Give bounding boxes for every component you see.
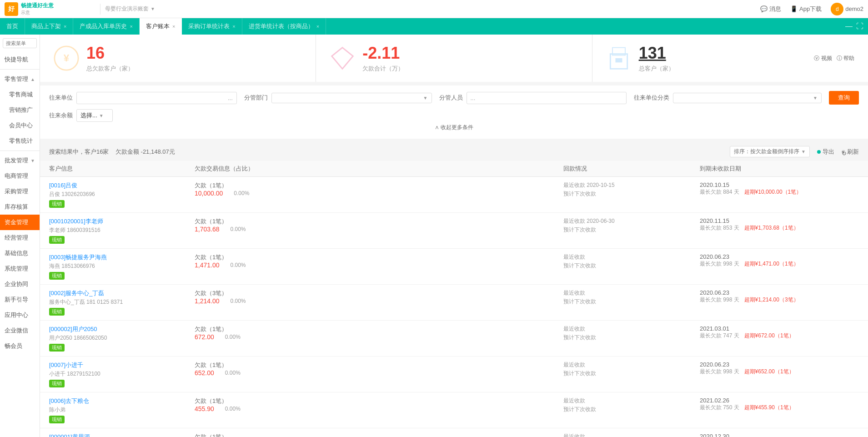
tab-stock-history[interactable]: 产成品入库单历史 × [73, 18, 139, 35]
customer-name-2[interactable]: [0003]畅捷服务尹海燕 [49, 253, 195, 261]
sidebar-item-purchase[interactable]: 采购管理 [0, 184, 40, 199]
sidebar-item-finance[interactable]: 资金管理 [0, 215, 40, 230]
tab-close-1[interactable]: × [64, 24, 66, 29]
chevron-icon: ▲ [30, 77, 35, 82]
sidebar-item-vip[interactable]: 畅会员 [0, 338, 40, 354]
sidebar-item-app-center[interactable]: 应用中心 [0, 307, 40, 323]
stat-icon-money: ¥ [54, 45, 79, 71]
tab-maximize-btn[interactable]: ⛶ [856, 22, 863, 30]
sidebar-item-system[interactable]: 系统管理 [0, 261, 40, 276]
sidebar-item-marketing[interactable]: 营销推广 [0, 102, 40, 118]
app-download-btn[interactable]: 📱 App下载 [790, 5, 822, 13]
sidebar-item-beginner-guide[interactable]: 新手引导 [0, 292, 40, 307]
sidebar-item-operations[interactable]: 经营管理 [0, 230, 40, 246]
export-icon [817, 150, 821, 154]
tab-close-2[interactable]: × [130, 24, 132, 29]
debt-count-6: 欠款（1笔） [195, 397, 227, 405]
tab-close-4[interactable]: × [232, 24, 235, 29]
chevron-unit-cat: ▼ [813, 95, 818, 100]
overdue-amount-3[interactable]: 超期¥1,214.00（3笔） [744, 296, 799, 303]
tab-purchase-product-stats[interactable]: 进货单统计表（按商品） × [242, 18, 326, 35]
dept-select[interactable]: ▼ [271, 93, 432, 103]
user-avatar: d [831, 3, 843, 15]
overdue-amount-1[interactable]: 超期¥1,703.68（1笔） [744, 225, 799, 231]
sidebar-item-basic-info[interactable]: 基础信息 [0, 246, 40, 261]
debt-count-5: 欠款（1笔） [195, 361, 227, 369]
stat-info-3: 131 总客户（家） [639, 44, 674, 73]
tab-close-5[interactable]: × [316, 24, 319, 29]
unit-category-label: 往来单位分类 [634, 94, 669, 102]
sidebar-item-inventory[interactable]: 库存核算 [0, 199, 40, 215]
debt-amount-4: 672.00 [195, 333, 214, 341]
due-info-0: 2020.10.15 最长欠款 884 天 超期¥10,000.00（1笔） [700, 181, 859, 196]
tab-close-3[interactable]: × [172, 24, 175, 29]
customer-name-0[interactable]: [0016]吕俊 [49, 181, 195, 190]
overdue-amount-2[interactable]: 超期¥1,471.00（1笔） [744, 261, 799, 267]
customer-contact-4: 用户2050 18665062050 [49, 334, 195, 342]
debt-count-7: 欠款（1笔） [195, 433, 227, 437]
refresh-btn[interactable]: ↻ 刷新 [842, 148, 859, 156]
brand-text: 畅捷通好生意 示意 [21, 2, 54, 16]
view-video-btn[interactable]: ⓥ 视频 [814, 55, 832, 62]
customer-name-3[interactable]: [0002]服务中心_丁磊 [49, 289, 195, 297]
customer-name-4[interactable]: [000002]用户2050 [49, 325, 195, 333]
customer-name-1[interactable]: [0001020001]李老师 [49, 217, 195, 226]
customer-tag-0: 现销 [49, 200, 65, 208]
tab-minimize-btn[interactable]: — [845, 22, 853, 30]
stat-value-owed-amount: -2.11 [362, 44, 404, 63]
filter-remaining: 往来余额 选择... ▼ [49, 109, 176, 122]
stat-label-total-customers: 总客户（家） [639, 65, 674, 73]
debt-ratio-2: 0.00% [231, 262, 246, 268]
tab-product-list[interactable]: 商品上下架 × [25, 18, 73, 35]
query-button[interactable]: 查询 [829, 91, 859, 105]
sidebar-item-quick-nav[interactable]: 快捷导航 [0, 52, 40, 67]
next-collection-3: 预计下次收款 [563, 298, 700, 306]
sidebar-item-enterprise-wechat[interactable]: 企业微信 [0, 323, 40, 338]
sidebar-item-wholesale-mgmt[interactable]: 批发管理 ▼ [0, 153, 40, 168]
source-unit-input[interactable]: ... [76, 92, 237, 104]
debt-amount-0: 10,000.00 [195, 190, 223, 197]
debt-amount-3: 1,214.00 [195, 297, 220, 305]
tab-purchase-stats[interactable]: 采购订单统计表 × [182, 18, 242, 35]
dept-label: 分管部门 [244, 94, 268, 102]
customer-name-5[interactable]: [0007]小进千 [49, 361, 195, 369]
overdue-amount-4[interactable]: 超期¥672.00（1笔） [744, 332, 794, 339]
debt-ratio-6: 0.00% [225, 406, 241, 412]
tab-customer-account[interactable]: 客户账本 × [140, 18, 182, 35]
overdue-amount-0[interactable]: 超期¥10,000.00（1笔） [744, 189, 802, 195]
debt-count-4: 欠款（1笔） [195, 325, 227, 333]
filter-collapse-btn[interactable]: ∧ 收起更多条件 [49, 122, 859, 133]
remaining-select[interactable]: 选择... ▼ [76, 109, 113, 122]
sidebar-item-enterprise-collab[interactable]: 企业协同 [0, 276, 40, 292]
export-btn[interactable]: 导出 [817, 148, 834, 156]
debt-info-5: 欠款（1笔） 652.00 0.00% [195, 361, 563, 377]
sidebar-item-ecommerce[interactable]: 电商管理 [0, 168, 40, 184]
table-row: [000001]黄思源 黄思源 13552700226 现销 欠款（1笔） 42… [40, 428, 868, 437]
sidebar-item-retail-mgmt[interactable]: 零售管理 ▲ [0, 71, 40, 87]
tab-home[interactable]: 首页 [0, 18, 25, 35]
help-btn[interactable]: ⓘ 帮助 [837, 55, 854, 62]
sidebar-search-input[interactable] [3, 38, 37, 48]
sidebar-item-retail-stats[interactable]: 零售统计 [0, 133, 40, 149]
data-table: 客户信息 欠款交易信息（占比） 回款情况 到期未收款日期 [0016]吕俊 吕俊… [40, 161, 868, 437]
due-info-5: 2020.06.23 最长欠款 998 天 超期¥652.00（1笔） [700, 361, 859, 376]
overdue-amount-6[interactable]: 超期¥455.90（1笔） [744, 404, 794, 411]
customer-name-7[interactable]: [000001]黄思源 [49, 433, 195, 437]
sidebar-item-member[interactable]: 会员中心 [0, 118, 40, 133]
unit-category-select[interactable]: ▼ [673, 93, 822, 103]
sidebar: 快捷导航 零售管理 ▲ 零售商城 营销推广 会员中心 零售统计 批发管理 ▼ [0, 35, 40, 437]
next-collection-1: 预计下次收款 [563, 226, 700, 234]
manager-input[interactable]: ... [467, 92, 627, 104]
remaining-label: 往来余额 [49, 111, 73, 120]
customer-name-6[interactable]: [0006]去下粮仓 [49, 397, 195, 405]
due-date-0: 2020.10.15 [700, 181, 859, 188]
user-menu[interactable]: d demo2 [831, 3, 863, 15]
sort-select[interactable]: 排序：按欠款金额倒序排序 ▼ [730, 146, 810, 157]
message-btn[interactable]: 💬 消息 [760, 5, 781, 13]
debt-amount-2: 1,471.00 [195, 261, 220, 269]
overdue-amount-5[interactable]: 超期¥652.00（1笔） [744, 368, 794, 375]
collection-info-5: 最近收款 预计下次收款 [563, 361, 700, 377]
sidebar-item-retail-store[interactable]: 零售商城 [0, 87, 40, 102]
sidebar-divider-1 [0, 69, 40, 70]
due-date-3: 2020.06.23 [700, 289, 859, 296]
